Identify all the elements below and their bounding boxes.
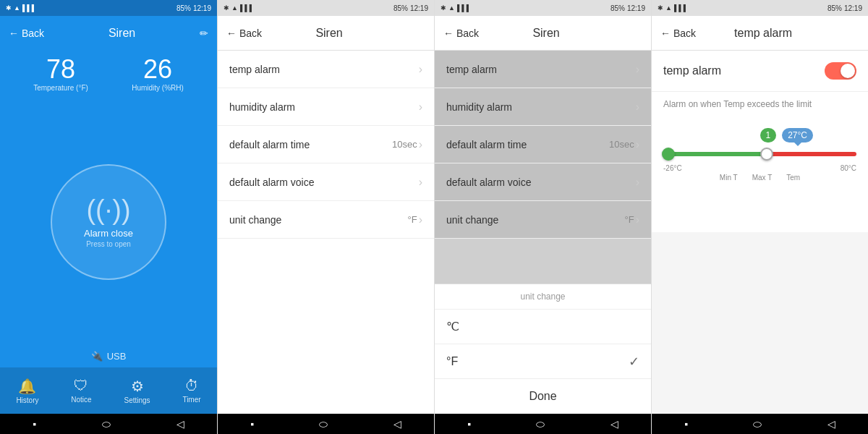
siren-button[interactable]: ((·)) Alarm close Press to open	[51, 164, 166, 280]
status-bar-4: ✱ ▲ ▌▌▌ 85% 12:19	[652, 0, 868, 16]
menu-right-temp: ›	[419, 63, 422, 76]
nav-timer-label: Timer	[182, 396, 200, 404]
menu-label-unit: unit change	[229, 214, 281, 226]
sys-home-4[interactable]: ⬭	[753, 418, 762, 430]
edit-button[interactable]: ✏	[200, 27, 208, 39]
menu-item-temp-3[interactable]: temp alarm ›	[435, 51, 651, 88]
menu-item-humidity-alarm[interactable]: humidity alarm ›	[218, 88, 434, 126]
sheet-option-celsius[interactable]: ℃	[435, 310, 651, 344]
chevron-alarm-time-3: ›	[636, 138, 639, 151]
slider-min-label: -26°C	[663, 164, 682, 172]
back-button-2[interactable]: ← Back	[226, 27, 262, 39]
done-label: Done	[529, 390, 556, 403]
sheet-option-fahrenheit[interactable]: °F ✓	[435, 344, 651, 379]
sys-back-icon[interactable]: ◁	[176, 418, 184, 430]
nav-notice[interactable]: 🛡 Notice	[71, 378, 91, 404]
menu-item-temp-alarm[interactable]: temp alarm ›	[218, 51, 434, 88]
sheet-title: unit change	[435, 284, 651, 310]
bubble-container: 1 27°C	[663, 128, 856, 142]
sys-square-icon[interactable]: ▪	[33, 418, 36, 430]
status-right-2: 85% 12:19	[393, 4, 428, 12]
back-arrow-3: ←	[443, 27, 454, 39]
chevron-icon-alarm-voice: ›	[419, 176, 422, 189]
chevron-icon-unit: ›	[419, 213, 422, 226]
slider-end-labels: -26°C 80°C	[663, 164, 856, 172]
menu-label-alarm-time: default alarm time	[229, 139, 310, 150]
sys-back-4[interactable]: ◁	[827, 418, 835, 430]
menu-label-alarm-time-3: default alarm time	[446, 139, 527, 150]
signal-icon-2: ▌▌▌	[240, 4, 254, 12]
timer-icon: ⏱	[184, 378, 199, 394]
nav-history-label: History	[16, 396, 38, 404]
temperature-reading: 78 Temperature (°F)	[33, 56, 88, 92]
bubble-min: 1	[760, 128, 777, 142]
menu-item-alarm-voice[interactable]: default alarm voice ›	[218, 163, 434, 201]
alarm-description: Alarm on when Temp exceeds the limit	[652, 92, 868, 116]
back-label-1: Back	[22, 27, 44, 39]
back-button-1[interactable]: ← Back	[9, 27, 44, 39]
menu-right-alarm-voice: ›	[419, 176, 422, 189]
notice-icon: 🛡	[74, 378, 88, 394]
back-button-3[interactable]: ← Back	[443, 27, 479, 39]
time-text: 12:19	[193, 4, 211, 12]
bubble-max: 27°C	[782, 128, 813, 142]
menu-label-temp: temp alarm	[229, 64, 280, 75]
sys-back-2[interactable]: ◁	[393, 418, 401, 430]
check-icon-fahrenheit: ✓	[629, 354, 639, 370]
menu-overlay-3: temp alarm › humidity alarm › default al…	[435, 51, 651, 284]
sys-nav-4: ▪ ⬭ ◁	[652, 414, 868, 434]
temp-alarm-content: temp alarm Alarm on when Temp exceeds th…	[652, 51, 868, 232]
temp-alarm-label: temp alarm	[663, 64, 721, 77]
sys-home-2[interactable]: ⬭	[319, 418, 328, 430]
time-3: 12:19	[627, 4, 645, 12]
chevron-icon-temp: ›	[419, 63, 422, 76]
menu-item-alarm-voice-3[interactable]: default alarm voice ›	[435, 163, 651, 201]
slider-mid-1: Min T	[720, 174, 738, 182]
nav-settings[interactable]: ⚙ Settings	[124, 378, 150, 404]
signal-icon-3: ▌▌▌	[457, 4, 471, 12]
sys-back-3[interactable]: ◁	[610, 418, 618, 430]
menu-item-unit-3[interactable]: unit change °F ›	[435, 201, 651, 239]
toggle-knob	[841, 64, 855, 78]
usb-label: USB	[107, 351, 127, 362]
sys-square-2[interactable]: ▪	[250, 418, 254, 430]
option-celsius-label: ℃	[446, 320, 459, 333]
menu-right-humidity: ›	[419, 101, 422, 114]
back-button-4[interactable]: ← Back	[660, 27, 696, 39]
menu-item-unit-change[interactable]: unit change °F ›	[218, 201, 434, 239]
slider-thumb-left[interactable]	[662, 148, 675, 161]
menu-item-default-alarm-time[interactable]: default alarm time 10sec ›	[218, 126, 434, 163]
alarm-time-value-3: 10sec	[609, 139, 634, 150]
humidity-label: Humidity (%RH)	[132, 84, 184, 92]
bluetooth-icon: ✱	[6, 4, 12, 12]
menu-label-humidity-3: humidity alarm	[446, 101, 512, 113]
back-arrow-4: ←	[660, 27, 671, 39]
sheet-done-button[interactable]: Done	[435, 379, 651, 414]
nav-bar-2: ← Back Siren	[218, 16, 434, 51]
bottom-sheet-unit: unit change ℃ °F ✓ Done	[435, 284, 651, 414]
sys-square-4[interactable]: ▪	[684, 418, 688, 430]
panel-siren-main: ✱ ▲ ▌▌▌ 85% 12:19 ← Back Siren ✏ 78 Temp…	[0, 0, 217, 434]
battery-text: 85%	[176, 4, 191, 12]
status-right-3: 85% 12:19	[610, 4, 645, 12]
menu-item-humidity-3[interactable]: humidity alarm ›	[435, 88, 651, 126]
sys-home-3[interactable]: ⬭	[536, 418, 545, 430]
menu-right-alarm-time: 10sec ›	[392, 138, 422, 151]
sys-nav-2: ▪ ⬭ ◁	[218, 414, 434, 434]
nav-timer[interactable]: ⏱ Timer	[182, 378, 200, 404]
back-arrow-2: ←	[226, 27, 237, 39]
slider-track	[663, 152, 856, 156]
menu-item-alarm-time-3[interactable]: default alarm time 10sec ›	[435, 126, 651, 163]
nav-history[interactable]: 🔔 History	[16, 378, 38, 404]
menu-right-alarm-voice-3: ›	[636, 176, 639, 189]
sys-square-3[interactable]: ▪	[467, 418, 471, 430]
sys-home-icon[interactable]: ⬭	[102, 418, 111, 430]
settings-icon: ⚙	[131, 378, 144, 395]
usb-row: 🔌 USB	[0, 346, 217, 367]
slider-thumb-right[interactable]	[760, 148, 773, 161]
page-title-1: Siren	[44, 27, 200, 40]
temp-alarm-toggle[interactable]	[825, 62, 856, 80]
menu-right-unit: °F ›	[408, 213, 422, 226]
menu-label-alarm-voice: default alarm voice	[229, 176, 315, 188]
temperature-label: Temperature (°F)	[33, 84, 88, 92]
